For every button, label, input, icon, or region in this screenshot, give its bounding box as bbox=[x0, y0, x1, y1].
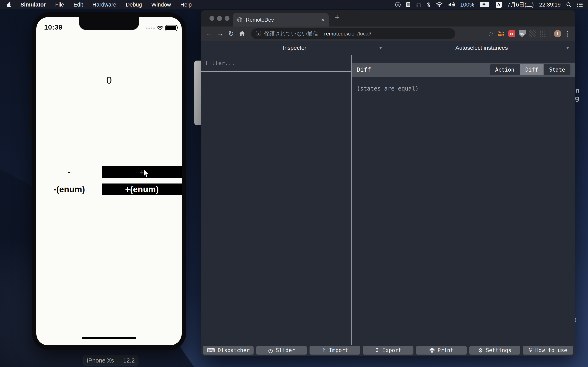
disabled-extension-icon[interactable] bbox=[540, 30, 546, 37]
instances-dropdown[interactable]: Autoselect instances ▾ bbox=[388, 41, 575, 55]
filter-input[interactable]: filter... bbox=[201, 55, 351, 72]
smasurf-extension-icon[interactable]: SmaSurf bbox=[497, 30, 505, 38]
phone-notch bbox=[79, 17, 139, 30]
diff-message: (states are equal) bbox=[357, 85, 419, 92]
how-to-use-button[interactable]: How to use bbox=[523, 346, 573, 355]
inspector-tabs: Action Diff State bbox=[490, 64, 571, 75]
ublock-extension-icon[interactable]: uO bbox=[519, 30, 526, 38]
screen-record-icon[interactable] bbox=[395, 2, 401, 7]
clipboard-icon[interactable] bbox=[406, 2, 411, 8]
button-label: How to use bbox=[535, 347, 567, 353]
disabled-extension-icon[interactable] bbox=[529, 30, 536, 37]
url-separator bbox=[321, 31, 321, 37]
browser-menu-icon[interactable]: ⋮ bbox=[565, 30, 571, 37]
menu-item-edit[interactable]: Edit bbox=[73, 2, 83, 8]
bookmark-star-icon[interactable]: ☆ bbox=[488, 30, 494, 38]
tab-title: RemoteDev bbox=[246, 17, 318, 23]
url-host: remotedev.io bbox=[324, 31, 355, 37]
window-zoom-button[interactable] bbox=[225, 16, 229, 21]
decrement-enum-button[interactable]: -(enum) bbox=[36, 184, 102, 195]
lightbulb-icon bbox=[529, 348, 532, 353]
button-label: Slider bbox=[276, 347, 295, 353]
export-icon: ↧ bbox=[375, 347, 380, 354]
address-bar[interactable]: ⓘ 保護されていない通信 remotedev.io /local/ bbox=[251, 28, 455, 39]
menu-item-file[interactable]: File bbox=[55, 2, 64, 8]
menu-item-debug[interactable]: Debug bbox=[126, 2, 142, 8]
site-info-icon[interactable]: ⓘ bbox=[256, 30, 261, 38]
window-minimize-button[interactable] bbox=[217, 16, 222, 21]
diff-title: Diff bbox=[357, 66, 371, 73]
reload-button[interactable]: ↻ bbox=[227, 30, 236, 38]
wifi-icon[interactable] bbox=[436, 2, 443, 7]
import-button[interactable]: ↥ Import bbox=[310, 346, 360, 355]
decrement-button[interactable]: - bbox=[36, 166, 102, 178]
tab-state[interactable]: State bbox=[544, 64, 571, 75]
battery-charging-icon[interactable] bbox=[480, 2, 490, 7]
gear-icon: ⚙ bbox=[478, 347, 483, 354]
battery-percent[interactable]: 100% bbox=[460, 2, 474, 8]
browser-toolbar: ← → ↻ ⓘ 保護されていない通信 remotedev.io /local/ … bbox=[201, 26, 575, 41]
tab-strip: RemoteDev × + bbox=[201, 10, 575, 26]
home-button[interactable] bbox=[238, 30, 247, 37]
window-close-button[interactable] bbox=[209, 16, 214, 21]
notification-center-icon[interactable] bbox=[577, 2, 583, 7]
desktop: en ng o Simulator File Edit Hardware Deb… bbox=[0, 0, 588, 367]
button-label: Import bbox=[329, 347, 348, 353]
browser-window: RemoteDev × + ← → ↻ ⓘ 保護されていない通信 remoted… bbox=[201, 10, 575, 356]
tab-favicon-globe-icon bbox=[237, 17, 242, 23]
tab-diff[interactable]: Diff bbox=[520, 64, 544, 75]
button-label: Export bbox=[382, 347, 401, 353]
diff-header: Diff Action Diff State bbox=[352, 63, 575, 77]
menu-bar: Simulator File Edit Hardware Debug Windo… bbox=[0, 0, 588, 9]
phone-status-time: 10:39 bbox=[44, 23, 62, 31]
url-path: /local/ bbox=[357, 31, 371, 37]
profile-avatar[interactable]: t bbox=[554, 30, 561, 37]
toolbar-separator bbox=[550, 30, 550, 37]
phone-battery-icon bbox=[165, 25, 177, 31]
headphones-icon[interactable] bbox=[416, 2, 421, 7]
button-label: Print bbox=[438, 347, 453, 353]
devtools-bottom-bar: ⌨ Dispatcher ◷ Slider ↥ Import ↧ Export bbox=[201, 345, 575, 356]
increment-enum-button[interactable]: +(enum) bbox=[102, 184, 182, 195]
dispatcher-button[interactable]: ⌨ Dispatcher bbox=[203, 346, 254, 355]
tab-close-icon[interactable]: × bbox=[321, 16, 325, 23]
bluetooth-icon[interactable] bbox=[427, 2, 431, 8]
menu-date[interactable]: 7月6日(土) bbox=[507, 1, 534, 8]
settings-button[interactable]: ⚙ Settings bbox=[469, 346, 520, 355]
button-label: Settings bbox=[486, 347, 511, 353]
button-label: Dispatcher bbox=[218, 347, 250, 353]
forward-button[interactable]: → bbox=[216, 30, 225, 38]
monitor-dropdown-label: Inspector bbox=[283, 45, 306, 51]
filter-placeholder: filter... bbox=[205, 60, 235, 66]
home-indicator[interactable] bbox=[82, 337, 136, 339]
menu-app-name[interactable]: Simulator bbox=[20, 2, 46, 8]
print-button[interactable]: Print bbox=[416, 346, 467, 355]
printer-icon bbox=[429, 348, 435, 353]
video-extension-icon[interactable]: ▶▶ bbox=[508, 30, 515, 37]
security-label: 保護されていない通信 bbox=[264, 30, 318, 37]
back-button[interactable]: ← bbox=[205, 30, 214, 38]
monitor-dropdown[interactable]: Inspector ▾ bbox=[201, 41, 388, 55]
increment-button[interactable]: + bbox=[102, 166, 182, 178]
menu-item-hardware[interactable]: Hardware bbox=[93, 2, 116, 8]
export-button[interactable]: ↧ Export bbox=[363, 346, 414, 355]
chevron-down-icon: ▾ bbox=[379, 45, 382, 51]
spotlight-search-icon[interactable] bbox=[566, 2, 571, 7]
volume-icon[interactable] bbox=[448, 2, 455, 7]
keyboard-icon: ⌨ bbox=[207, 347, 215, 354]
slider-button[interactable]: ◷ Slider bbox=[256, 346, 307, 355]
menu-item-help[interactable]: Help bbox=[180, 2, 192, 8]
tab-action[interactable]: Action bbox=[490, 64, 520, 75]
menu-time[interactable]: 22:39:19 bbox=[539, 2, 561, 8]
menu-item-window[interactable]: Window bbox=[151, 2, 171, 8]
apple-menu-icon[interactable] bbox=[7, 2, 11, 7]
inspector-panel: Diff Action Diff State (states are equal… bbox=[352, 55, 575, 345]
remotedev-page: Inspector ▾ Autoselect instances ▾ filte… bbox=[201, 41, 575, 356]
phone-wifi-icon bbox=[157, 26, 163, 31]
import-icon: ↥ bbox=[321, 347, 326, 354]
new-tab-button[interactable]: + bbox=[334, 12, 340, 22]
instances-dropdown-label: Autoselect instances bbox=[456, 45, 508, 51]
input-source-icon[interactable]: A bbox=[496, 2, 502, 8]
timer-icon: ◷ bbox=[268, 347, 273, 354]
browser-tab[interactable]: RemoteDev × bbox=[233, 13, 329, 26]
